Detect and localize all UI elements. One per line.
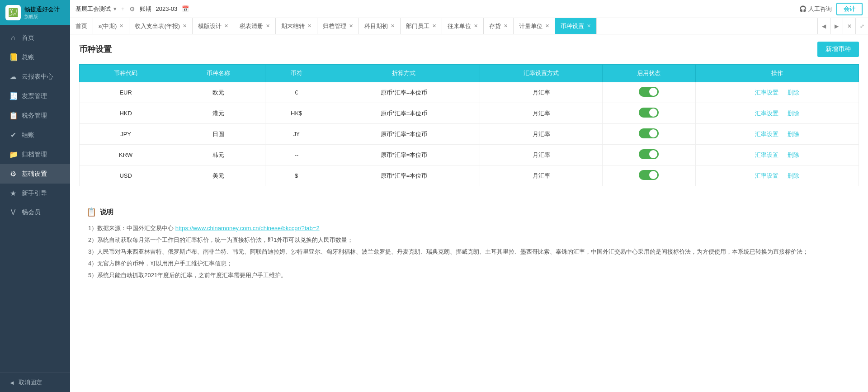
- cell-actions: 汇率设置 删除: [695, 124, 859, 145]
- cell-rate-type: 月汇率: [480, 124, 603, 145]
- tab-currency[interactable]: 币种设置✕: [555, 18, 597, 34]
- delete-link-HKD[interactable]: 删除: [788, 110, 799, 117]
- notes-link[interactable]: https://www.chinamoney.com.cn/chinese/bk…: [175, 225, 320, 231]
- rate-setting-link-HKD[interactable]: 汇率设置: [755, 110, 778, 117]
- sidebar-footer[interactable]: ◄ 取消固定: [0, 373, 70, 392]
- tab-partners[interactable]: 往来单位✕: [442, 18, 484, 34]
- tab-next-btn[interactable]: ▶: [830, 18, 843, 34]
- calendar-icon[interactable]: 📅: [182, 5, 189, 12]
- toggle-JPY[interactable]: [639, 128, 659, 138]
- sidebar-item-reports[interactable]: ☁云报表中心: [0, 67, 70, 86]
- cell-enabled: [603, 165, 695, 186]
- note-item-3: 4）无官方牌价的币种，可以用用户手工维护汇率信息；: [86, 258, 852, 269]
- tab-maximize-btn[interactable]: ⤢: [855, 18, 868, 34]
- tab-label-dept: 部门员工: [406, 22, 429, 30]
- rate-setting-link-EUR[interactable]: 汇率设置: [755, 89, 778, 96]
- sidebar-item-guide[interactable]: ★新手引导: [0, 184, 70, 203]
- tab-unit[interactable]: 计量单位✕: [514, 18, 555, 34]
- tab-label-period: ε(中期): [99, 22, 117, 30]
- tab-label-subject: 科目期初: [364, 22, 388, 30]
- tab-archive[interactable]: 归档管理✕: [317, 18, 359, 34]
- tab-label-template: 模版设计: [198, 22, 222, 30]
- company-name[interactable]: 基层工会测试 ▾: [75, 5, 117, 13]
- tab-close-unit[interactable]: ✕: [545, 23, 549, 29]
- tab-close-dept[interactable]: ✕: [432, 23, 436, 29]
- tab-label-archive: 归档管理: [323, 22, 346, 30]
- sidebar-item-home[interactable]: ⌂首页: [0, 28, 70, 47]
- rate-setting-link-USD[interactable]: 汇率设置: [755, 172, 778, 179]
- delete-link-KRW[interactable]: 删除: [788, 151, 799, 158]
- cell-enabled: [603, 145, 695, 165]
- tab-income[interactable]: 收入支出表(年报)✕: [129, 18, 193, 34]
- nav-icon-reports: ☁: [9, 72, 17, 81]
- cell-name: 韩元: [172, 145, 265, 165]
- tab-taxclear[interactable]: 税表清册✕: [234, 18, 276, 34]
- sidebar-logo: 💹 畅捷通好会计 旗舰版: [0, 0, 70, 25]
- nav-icon-archive: 📁: [9, 150, 17, 159]
- sidebar-item-tax[interactable]: 📋税务管理: [0, 106, 70, 125]
- tab-dept[interactable]: 部门员工✕: [401, 18, 442, 34]
- notes-icon: 📋: [86, 207, 96, 217]
- tab-close-subject[interactable]: ✕: [391, 23, 395, 29]
- delete-link-USD[interactable]: 删除: [788, 172, 799, 179]
- tab-label-currency: 币种设置: [561, 22, 584, 30]
- sidebar-item-ledger[interactable]: 📒总账: [0, 47, 70, 67]
- nav-icon-settings: ⚙: [9, 170, 17, 178]
- tab-label-unit: 计量单位: [519, 22, 542, 30]
- account-button[interactable]: 会计: [836, 3, 863, 15]
- tab-close-template[interactable]: ✕: [224, 23, 228, 29]
- note-item-2: 3）人民币对马来西亚林吉特、俄罗斯卢布、南非兰特、韩元、阿联酋迪拉姆、沙特里亚尔…: [86, 246, 852, 258]
- cell-rate-type: 月汇率: [480, 165, 603, 186]
- tab-close-inventory[interactable]: ✕: [504, 23, 508, 29]
- toggle-HKD[interactable]: [639, 108, 659, 118]
- main-area: 基层工会测试 ▾ + ⚙ 账期 2023-03 📅 🎧 人工咨询 会计 首页ε(…: [70, 0, 868, 392]
- nav-label-reports: 云报表中心: [22, 73, 53, 81]
- tab-close-period[interactable]: ✕: [119, 23, 123, 29]
- tab-close-period_end[interactable]: ✕: [307, 23, 311, 29]
- topbar-sep1: +: [121, 5, 125, 12]
- tab-inventory[interactable]: 存货✕: [484, 18, 514, 34]
- tab-close-all-btn[interactable]: ✕: [843, 18, 855, 34]
- company-dropdown-icon[interactable]: ▾: [113, 5, 117, 12]
- topbar: 基层工会测试 ▾ + ⚙ 账期 2023-03 📅 🎧 人工咨询 会计: [70, 0, 868, 18]
- sidebar-item-archive[interactable]: 📁归档管理: [0, 145, 70, 164]
- rate-setting-link-KRW[interactable]: 汇率设置: [755, 151, 778, 158]
- sidebar-nav: ⌂首页📒总账☁云报表中心🧾发票管理📋税务管理✔结账📁归档管理⚙基础设置★新手引导…: [0, 25, 70, 373]
- toggle-USD[interactable]: [639, 170, 659, 180]
- tab-close-taxclear[interactable]: ✕: [266, 23, 270, 29]
- service-btn[interactable]: 🎧 人工咨询: [799, 5, 832, 13]
- sidebar-item-settings[interactable]: ⚙基础设置: [0, 164, 70, 184]
- delete-link-JPY[interactable]: 删除: [788, 131, 799, 137]
- settings-icon[interactable]: ⚙: [129, 5, 135, 13]
- toggle-knob-EUR: [649, 88, 657, 96]
- sidebar-item-checkout[interactable]: ✔结账: [0, 125, 70, 145]
- toggle-EUR[interactable]: [639, 87, 659, 97]
- tab-close-currency[interactable]: ✕: [587, 23, 591, 29]
- delete-link-EUR[interactable]: 删除: [788, 89, 799, 96]
- new-currency-button[interactable]: 新增币种: [817, 42, 859, 57]
- tab-period_end[interactable]: 期末结转✕: [276, 18, 317, 34]
- sidebar-item-member[interactable]: V畅会员: [0, 203, 70, 222]
- toggle-KRW[interactable]: [639, 149, 659, 159]
- tab-prev-btn[interactable]: ◀: [817, 18, 830, 34]
- headset-icon: 🎧: [799, 5, 807, 12]
- cell-rate-type: 月汇率: [480, 82, 603, 103]
- rate-setting-link-JPY[interactable]: 汇率设置: [755, 131, 778, 137]
- page-title: 币种设置: [79, 44, 112, 55]
- tab-close-partners[interactable]: ✕: [474, 23, 478, 29]
- col-header: 币种名称: [172, 65, 265, 82]
- col-header: 汇率设置方式: [480, 65, 603, 82]
- tab-close-archive[interactable]: ✕: [349, 23, 353, 29]
- sidebar-item-invoice[interactable]: 🧾发票管理: [0, 86, 70, 106]
- tab-home[interactable]: 首页: [70, 18, 93, 34]
- tab-subject[interactable]: 科目期初✕: [359, 18, 401, 34]
- table-row: JPY 日圆 J¥ 原币*汇率=本位币 月汇率 汇率设置 删除: [80, 124, 859, 145]
- logo-text: 畅捷通好会计 旗舰版: [24, 5, 60, 20]
- tab-label-period_end: 期末结转: [281, 22, 305, 30]
- tab-period[interactable]: ε(中期)✕: [93, 18, 129, 34]
- tab-close-income[interactable]: ✕: [183, 23, 187, 29]
- tab-template[interactable]: 模版设计✕: [193, 18, 234, 34]
- tab-label-income: 收入支出表(年报): [135, 22, 180, 30]
- cell-symbol: €: [265, 82, 328, 103]
- pin-icon: ◄: [9, 379, 15, 386]
